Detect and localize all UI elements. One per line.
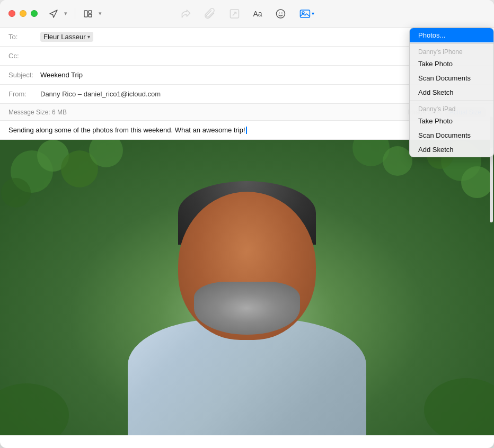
from-value: Danny Rico – daniel_rico1@icloud.com — [40, 90, 161, 98]
subject-value[interactable]: Weekend Trip — [40, 71, 83, 79]
close-button[interactable] — [8, 10, 15, 17]
dropdown-menu: Photos... Danny's iPhone Take Photo Scan… — [409, 28, 494, 157]
photo-background — [0, 140, 494, 435]
layout-chevron-icon[interactable]: ▾ — [99, 10, 102, 17]
send-icon[interactable] — [48, 8, 59, 19]
recipient-name: Fleur Lasseur — [43, 33, 85, 41]
emoji-icon[interactable] — [275, 8, 287, 20]
menu-item-ipad-add-sketch[interactable]: Add Sketch — [410, 142, 493, 157]
attachment-icon[interactable] — [204, 8, 216, 20]
text-cursor — [246, 127, 247, 134]
svg-rect-2 — [89, 14, 92, 17]
photo-insert-icon[interactable]: ▾ — [299, 8, 314, 20]
to-recipient-chip[interactable]: Fleur Lasseur ▾ — [40, 32, 93, 42]
titlebar: ▾ ▾ — [0, 0, 494, 28]
menu-header-ipad: Danny's iPad — [410, 102, 493, 114]
toolbar-left: ▾ ▾ — [48, 8, 102, 19]
menu-item-iphone-add-sketch[interactable]: Add Sketch — [410, 85, 493, 100]
compose-square-icon[interactable] — [228, 8, 240, 20]
svg-point-6 — [281, 12, 283, 13]
traffic-lights — [8, 10, 38, 17]
svg-point-12 — [1, 178, 31, 208]
svg-point-20 — [424, 378, 494, 435]
message-size: Message Size: 6 MB — [8, 109, 67, 116]
reply-icon[interactable] — [180, 8, 191, 20]
beard — [194, 282, 300, 335]
svg-point-17 — [352, 140, 390, 166]
svg-point-16 — [89, 140, 123, 167]
menu-item-photos[interactable]: Photos... — [410, 28, 493, 42]
recipient-chevron-icon: ▾ — [87, 34, 90, 40]
menu-item-ipad-scan-documents[interactable]: Scan Documents — [410, 128, 493, 142]
message-size-value: 6 MB — [52, 109, 67, 116]
menu-header-iphone: Danny's iPhone — [410, 45, 493, 57]
layout-icon[interactable] — [83, 8, 93, 19]
font-icon[interactable]: Aa — [253, 10, 262, 18]
svg-point-8 — [302, 12, 304, 14]
menu-separator-1 — [410, 43, 493, 44]
menu-item-ipad-take-photo[interactable]: Take Photo — [410, 114, 493, 128]
to-label: To: — [8, 33, 40, 41]
face — [173, 192, 321, 351]
menu-item-iphone-scan-documents[interactable]: Scan Documents — [410, 71, 493, 85]
svg-point-10 — [37, 140, 69, 172]
mail-window: ▾ ▾ — [0, 0, 494, 448]
svg-point-14 — [461, 166, 493, 198]
photo-container — [0, 140, 494, 435]
subject-label: Subject: — [8, 71, 40, 79]
body-text: Sending along some of the photos from th… — [8, 126, 245, 134]
svg-point-19 — [0, 383, 69, 435]
message-size-label: Message Size: — [8, 109, 50, 116]
svg-rect-1 — [89, 11, 92, 13]
toolbar-center: Aa ▾ — [180, 8, 314, 20]
svg-rect-0 — [84, 11, 87, 17]
minimize-button[interactable] — [20, 10, 27, 17]
cc-label: Cc: — [8, 52, 40, 60]
svg-point-4 — [277, 10, 285, 18]
svg-point-5 — [279, 12, 280, 13]
person-figure — [67, 171, 427, 435]
menu-separator-2 — [410, 101, 493, 101]
svg-point-9 — [11, 150, 53, 193]
from-label: From: — [8, 90, 40, 98]
menu-item-iphone-take-photo[interactable]: Take Photo — [410, 57, 493, 71]
maximize-button[interactable] — [31, 10, 38, 17]
send-chevron-icon[interactable]: ▾ — [64, 10, 67, 17]
svg-rect-7 — [301, 10, 310, 17]
